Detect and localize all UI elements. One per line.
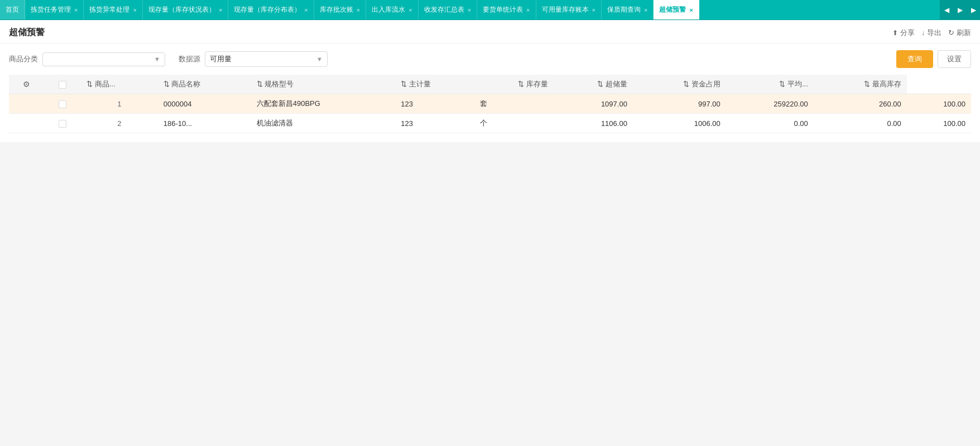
header-actions: 分享 导出 刷新 [892,28,971,38]
th-product-name-label: ⇅ 商品名称 [164,80,201,88]
nav-tab-over-stock-warning[interactable]: 超储预警× [654,0,699,20]
row-product-code: 186-10... [158,114,251,133]
nav-tab-collect-summary[interactable]: 收发存汇总表× [419,0,477,20]
refresh-icon [948,28,954,37]
category-filter: 商品分类 ▼ [9,52,165,66]
table-gear-button[interactable]: ⚙ [23,80,30,89]
nav-prev-btn[interactable]: ◀ [940,0,953,20]
row-gear-cell [9,94,45,114]
table-row: 2 186-10... 机油滤清器 123 个 1106.00 1006.00 … [9,114,971,133]
th-spec[interactable]: ⇅ 规格型号 [251,75,396,94]
row-avg: 0.00 [814,114,907,133]
nav-tab-task-mgmt[interactable]: 拣货任务管理× [25,0,84,20]
category-select-value [47,55,152,64]
th-product-code[interactable]: ⇅ 商品... [81,75,158,94]
nav-tab-available-stock[interactable]: 可用量库存账本× [536,0,602,20]
nav-tab-abnormal-proc[interactable]: 拣货异常处理× [84,0,142,20]
nav-expand-btn[interactable]: ▶ [967,0,980,20]
th-unit-label: ⇅ 主计量 [401,80,431,88]
row-product-code: 0000004 [158,94,251,114]
row-gear-cell [9,114,45,133]
nav-tab-inout-flow[interactable]: 出入库流水× [366,0,418,20]
close-tab-inout-flow-icon[interactable]: × [409,7,412,13]
filter-actions: 查询 设置 [896,50,971,68]
close-tab-collect-summary-icon[interactable]: × [468,7,471,13]
datasource-select-value: 可用量 [210,54,314,64]
row-max-stock: 100.00 [907,94,971,114]
th-over-qty-label: ⇅ 超储量 [597,80,627,88]
th-avg-label: ⇅ 平均... [779,80,808,88]
th-max-stock[interactable]: ⇅ 最高库存 [814,75,907,94]
th-product-name[interactable]: ⇅ 商品名称 [158,75,251,94]
nav-tab-inventory-batch[interactable]: 库存批次账× [314,0,366,20]
nav-tab-inventory-dist[interactable]: 现存量（库存分布表）× [228,0,314,20]
row-checkbox-cell [45,94,81,114]
row-spec: 123 [395,94,474,114]
row-spec: 123 [395,114,474,133]
datasource-select[interactable]: 可用量 ▼ [205,51,328,67]
th-over-qty[interactable]: ⇅ 超储量 [554,75,633,94]
nav-tab-quality-check[interactable]: 保质期查询× [602,0,654,20]
row-checkbox[interactable] [59,120,66,128]
page-content: 超储预警 分享 导出 刷新 商品分类 ▼ [0,20,980,142]
export-label: 导出 [927,28,941,38]
close-tab-over-stock-warning-icon[interactable]: × [689,7,693,13]
row-max-stock: 100.00 [907,114,971,133]
share-label: 分享 [900,28,915,38]
table-header: ⚙ ⇅ 商品... ⇅ 商品名称 ⇅ 规格型号 ⇅ 主计量 [9,75,971,94]
th-capital-occ[interactable]: ⇅ 资金占用 [633,75,726,94]
page-title: 超储预警 [9,27,45,38]
row-capital-occ: 0.00 [726,114,814,133]
close-tab-abnormal-proc-icon[interactable]: × [133,7,136,13]
th-gear: ⚙ [9,75,45,94]
row-product-name: 六配套新昌490BPG [251,94,396,114]
datasource-label: 数据源 [179,54,200,64]
page-header: 超储预警 分享 导出 刷新 [0,20,980,43]
settings-button[interactable]: 设置 [938,50,971,68]
select-all-checkbox[interactable] [59,81,66,89]
category-select[interactable]: ▼ [42,52,165,66]
export-button[interactable]: 导出 [921,28,941,38]
category-label: 商品分类 [9,54,38,64]
close-tab-available-stock-icon[interactable]: × [592,7,595,13]
th-capital-occ-label: ⇅ 资金占用 [683,80,720,88]
row-unit: 套 [474,94,554,114]
row-stock-qty: 1106.00 [554,114,633,133]
filter-area: 商品分类 ▼ 数据源 可用量 ▼ 查询 设置 [0,43,980,75]
top-nav: 首页拣货任务管理×拣货异常处理×现存量（库存状况表）×现存量（库存分布表）×库存… [0,0,980,20]
close-tab-inventory-batch-icon[interactable]: × [357,7,360,13]
table-header-row: ⚙ ⇅ 商品... ⇅ 商品名称 ⇅ 规格型号 ⇅ 主计量 [9,75,971,94]
close-tab-order-stats-icon[interactable]: × [526,7,530,13]
share-button[interactable]: 分享 [892,28,915,38]
row-unit: 个 [474,114,554,133]
th-stock-qty[interactable]: ⇅ 库存量 [474,75,554,94]
row-checkbox[interactable] [59,100,66,108]
row-stock-qty: 1097.00 [554,94,633,114]
close-tab-inventory-status-icon[interactable]: × [219,7,222,13]
row-over-qty: 1006.00 [633,114,726,133]
th-max-stock-label: ⇅ 最高库存 [864,80,901,88]
th-stock-qty-label: ⇅ 库存量 [518,80,548,88]
th-avg[interactable]: ⇅ 平均... [726,75,814,94]
table-body: 1 0000004 六配套新昌490BPG 123 套 1097.00 997.… [9,94,971,133]
th-unit[interactable]: ⇅ 主计量 [395,75,474,94]
datasource-filter: 数据源 可用量 ▼ [179,51,328,67]
nav-tab-order-stats[interactable]: 要货单统计表× [477,0,536,20]
row-capital-occ: 259220.00 [726,94,814,114]
nav-tab-inventory-status[interactable]: 现存量（库存状况表）× [143,0,228,20]
nav-next-btn[interactable]: ▶ [953,0,967,20]
refresh-button[interactable]: 刷新 [948,28,971,38]
close-tab-quality-check-icon[interactable]: × [644,7,647,13]
row-checkbox-cell [45,114,81,133]
export-icon [921,28,925,37]
close-tab-task-mgmt-icon[interactable]: × [74,7,78,13]
th-product-code-label: ⇅ 商品... [87,80,115,88]
close-tab-inventory-dist-icon[interactable]: × [304,7,308,13]
row-num: 2 [81,114,158,133]
query-button[interactable]: 查询 [896,50,933,68]
category-chevron-icon: ▼ [154,56,160,62]
data-table: ⚙ ⇅ 商品... ⇅ 商品名称 ⇅ 规格型号 ⇅ 主计量 [9,75,971,133]
th-checkbox [45,75,81,94]
share-icon [892,28,898,37]
nav-tab-home[interactable]: 首页 [0,0,25,20]
